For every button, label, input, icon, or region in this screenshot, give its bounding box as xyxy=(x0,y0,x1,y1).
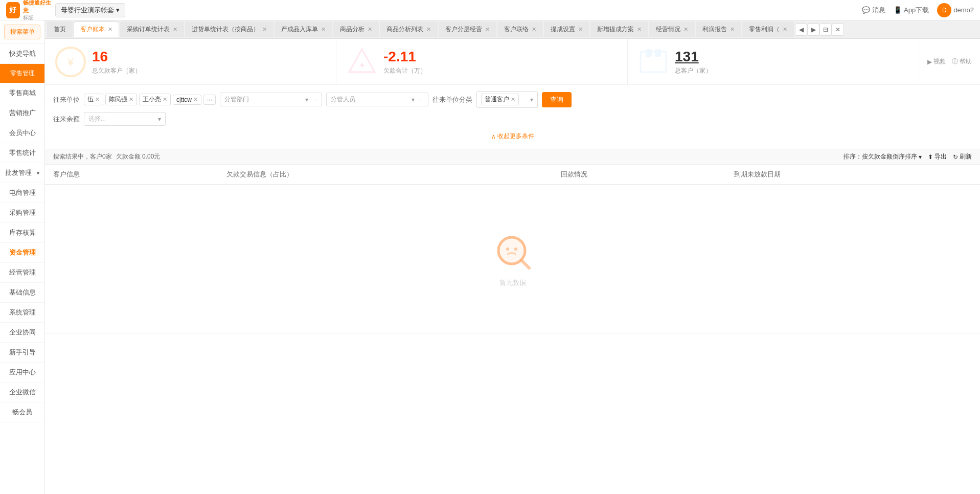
search-menu-button[interactable]: 搜索菜单 xyxy=(4,25,40,39)
tab-home[interactable]: 首页 xyxy=(47,21,73,37)
stat-value-total: 131 xyxy=(675,48,712,65)
query-button[interactable]: 查询 xyxy=(542,92,572,107)
tab-close-new-raise[interactable]: ✕ xyxy=(637,26,642,33)
tab-close-all-btn[interactable]: ✕ xyxy=(832,24,844,36)
sidebar-item-enterprise-wx[interactable]: 企业微信 xyxy=(0,383,44,402)
tab-close-goods-analysis[interactable]: ✕ xyxy=(368,26,372,33)
sidebar-search-area: 搜索菜单 xyxy=(0,20,44,44)
sidebar-item-quick-nav[interactable]: 快捷导航 xyxy=(0,44,44,64)
sidebar-item-marketing[interactable]: 营销推广 xyxy=(0,103,44,123)
app-download-btn[interactable]: 📱 App下载 xyxy=(894,6,929,15)
stat-info-debt: -2.11 欠款合计（万） xyxy=(383,48,426,75)
tab-profit-report[interactable]: 利润报告 ✕ xyxy=(696,21,741,37)
tab-new-raise[interactable]: 新增提成方案 ✕ xyxy=(590,21,648,37)
stat-info-total: 131 总客户（家） xyxy=(675,48,712,75)
tag-close-wu[interactable]: ✕ xyxy=(95,96,100,103)
sidebar-item-app-center[interactable]: 应用中心 xyxy=(0,363,44,383)
sidebar-item-inventory[interactable]: 库存核算 xyxy=(0,223,44,243)
tab-bar: 首页 客户账本 ✕ 采购订单统计表 ✕ 进货单统计表（按商品） ✕ 产成品入库单… xyxy=(45,20,980,39)
tab-retail-profit[interactable]: 零售利润（ ✕ xyxy=(742,21,794,37)
tab-close-raise[interactable]: ✕ xyxy=(578,26,583,33)
tab-close-customer[interactable]: ✕ xyxy=(108,26,112,33)
balance-selector[interactable]: 选择... ▾ xyxy=(84,112,166,126)
message-icon: 💬 xyxy=(862,6,870,14)
logo-icon: 好 xyxy=(6,2,20,18)
tab-close-operation[interactable]: ✕ xyxy=(683,26,688,33)
tab-operation[interactable]: 经营情况 ✕ xyxy=(649,21,695,37)
result-bar-left: 搜索结果中，客户0家 欠款金额 0.00元 xyxy=(53,152,160,161)
tab-stock-stat[interactable]: 进货单统计表（按商品） ✕ xyxy=(185,21,274,37)
col-repay-status: 回款情况 xyxy=(553,165,726,185)
main-layout: 搜索菜单 快捷导航 零售管理 零售商城 营销推广 会员中心 零售统计 批发管理 … xyxy=(0,20,980,494)
tab-close-stock-stat[interactable]: ✕ xyxy=(262,26,267,33)
export-button[interactable]: ⬆ 导出 xyxy=(928,152,947,161)
unit-tag-cj: cjttcw ✕ xyxy=(173,95,201,105)
message-btn[interactable]: 💬 消息 xyxy=(862,6,885,15)
logo-area: 好 畅捷通好生意 标版 xyxy=(6,0,51,21)
sort-button[interactable]: 排序：按欠款金额倒序排序 ▾ xyxy=(844,152,922,161)
chevron-up-icon: ∧ xyxy=(491,133,496,140)
sidebar-item-retail[interactable]: 零售管理 xyxy=(0,64,44,83)
category-selector[interactable]: 普通客户 ✕ ▾ xyxy=(476,91,538,108)
sidebar-item-operation[interactable]: 经营管理 xyxy=(0,263,44,283)
tag-close-category[interactable]: ✕ xyxy=(511,96,515,103)
sidebar-item-retail-mall[interactable]: 零售商城 xyxy=(0,83,44,103)
tab-customer-seg[interactable]: 客户分层经营 ✕ xyxy=(439,21,496,37)
svg-line-10 xyxy=(521,260,529,268)
sidebar-item-member[interactable]: 会员中心 xyxy=(0,123,44,143)
help-link[interactable]: ⓘ 帮助 xyxy=(952,57,972,66)
stat-card-total: 131 总客户（家） xyxy=(628,39,919,84)
tab-customer[interactable]: 客户账本 ✕ xyxy=(74,21,119,37)
tab-customer-contact[interactable]: 客户联络 ✕ xyxy=(497,21,543,37)
tab-close-purchase-order[interactable]: ✕ xyxy=(173,26,177,33)
tag-close-wang[interactable]: ✕ xyxy=(163,96,167,103)
user-menu[interactable]: D demo2 xyxy=(937,3,974,17)
sidebar-item-ecommerce[interactable]: 电商管理 xyxy=(0,183,44,203)
tab-close-contact[interactable]: ✕ xyxy=(532,26,536,33)
tab-goods-analysis[interactable]: 商品分析 ✕ xyxy=(333,21,379,37)
stat-label-customers: 总欠款客户（家） xyxy=(92,66,141,75)
collapse-area: ∧ 收起更多条件 xyxy=(53,130,972,143)
tab-purchase-order[interactable]: 采购订单统计表 ✕ xyxy=(120,21,184,37)
tab-prev-btn[interactable]: ◀ xyxy=(795,24,807,36)
refresh-button[interactable]: ↻ 刷新 xyxy=(953,152,972,161)
unit-tag-chen: 陈民强 ✕ xyxy=(105,94,137,105)
tab-goods-analysis-list[interactable]: 商品分析列表 ✕ xyxy=(380,21,438,37)
stat-card-customers: ¥ 16 总欠款客户（家） xyxy=(45,39,336,84)
tab-close-customer-seg[interactable]: ✕ xyxy=(485,26,490,33)
tag-close-chen[interactable]: ✕ xyxy=(129,96,133,103)
tab-close-product-in[interactable]: ✕ xyxy=(321,26,326,33)
tab-close-goods-list[interactable]: ✕ xyxy=(426,26,431,33)
tab-raise-setting[interactable]: 提成设置 ✕ xyxy=(544,21,589,37)
sidebar-item-purchase[interactable]: 采购管理 xyxy=(0,203,44,223)
collapse-btn[interactable]: ∧ 收起更多条件 xyxy=(491,132,534,141)
svg-rect-6 xyxy=(655,49,661,57)
sidebar-item-wholesale[interactable]: 批发管理 ▾ xyxy=(0,163,44,183)
sidebar-item-system[interactable]: 系统管理 xyxy=(0,303,44,323)
video-link[interactable]: ▶ 视频 xyxy=(927,57,946,66)
svg-point-8 xyxy=(506,248,509,251)
sidebar-item-enterprise-coop[interactable]: 企业协同 xyxy=(0,323,44,343)
tab-close-retail[interactable]: ✕ xyxy=(783,26,787,33)
empty-state: 暂无数据 xyxy=(53,190,972,328)
sidebar-item-basic[interactable]: 基础信息 xyxy=(0,283,44,303)
stat-value-debt: -2.11 xyxy=(383,48,426,65)
tag-close-cj[interactable]: ✕ xyxy=(193,96,198,103)
sidebar-item-finance[interactable]: 资金管理 xyxy=(0,243,44,263)
person-selector[interactable]: 分管人员 ▾ ··· xyxy=(326,93,428,106)
tab-next-btn[interactable]: ▶ xyxy=(807,24,819,36)
tab-close-profit[interactable]: ✕ xyxy=(730,26,735,33)
sidebar-item-new-guide[interactable]: 新手引导 xyxy=(0,343,44,363)
download-icon: 📱 xyxy=(894,6,902,14)
company-selector[interactable]: 母婴行业演示帐套 ▾ xyxy=(55,3,125,17)
tab-list-btn[interactable]: ⊟ xyxy=(819,24,832,36)
more-tags-btn[interactable]: ··· xyxy=(203,95,216,105)
stats-row: ¥ 16 总欠款客户（家） ✦ xyxy=(45,39,980,85)
stat-label-debt: 欠款合计（万） xyxy=(383,66,426,75)
sidebar-item-retail-stats[interactable]: 零售统计 xyxy=(0,143,44,163)
dept-selector[interactable]: 分管部门 ▾ ··· xyxy=(220,93,322,106)
unit-tag-wang: 王小亮 ✕ xyxy=(139,94,171,105)
sidebar-item-vip[interactable]: 畅会员 xyxy=(0,402,44,422)
tab-product-in[interactable]: 产成品入库单 ✕ xyxy=(275,21,332,37)
page-content: ¥ 16 总欠款客户（家） ✦ xyxy=(45,39,980,494)
